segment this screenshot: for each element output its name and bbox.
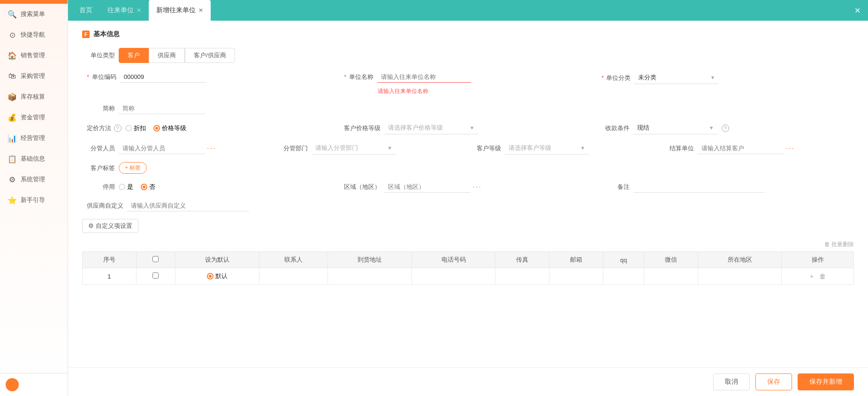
- tab-home-label: 首页: [79, 6, 92, 15]
- customer-price-level-select[interactable]: 请选择客户价格等级 ▼: [384, 122, 478, 134]
- dept-dropdown-icon: ▼: [387, 145, 392, 151]
- tags-row: 客户标签 + 标签: [82, 162, 854, 174]
- department-select[interactable]: 请输入分管部门 ▼: [312, 142, 396, 155]
- table-row: 1 默认: [83, 268, 854, 285]
- cell-check: [136, 268, 175, 285]
- sidebar-item-system[interactable]: ⚙ 系统管理: [0, 169, 68, 190]
- cancel-button[interactable]: 取消: [713, 373, 750, 390]
- select-all-checkbox[interactable]: [152, 256, 159, 262]
- sidebar-item-stock[interactable]: 📦 库存核算: [0, 86, 68, 107]
- manager-dots-btn[interactable]: ···: [207, 144, 216, 153]
- sales-icon: 🏠: [8, 51, 17, 60]
- row-delete-button[interactable]: 🗑: [817, 272, 828, 281]
- cell-fax: [495, 268, 549, 285]
- unit-type-supplier-btn[interactable]: 供应商: [149, 48, 185, 63]
- unit-type-customer-btn[interactable]: 客户: [119, 48, 149, 63]
- customer-level-label: 客户等级: [473, 144, 501, 153]
- sidebar-item-purchase[interactable]: 🛍 采购管理: [0, 66, 68, 86]
- col-wechat: 微信: [644, 252, 698, 268]
- tab-home[interactable]: 首页: [72, 0, 100, 21]
- disable-yes-radio[interactable]: 是: [119, 183, 133, 191]
- short-name-group: 简称: [82, 103, 854, 114]
- cell-action: + 🗑: [782, 268, 854, 285]
- custom-settings-button[interactable]: ⚙ 自定义项设置: [82, 219, 138, 233]
- unit-name-error-tip: 请输入往来单位名称: [378, 87, 428, 95]
- payment-terms-group: 收款条件 现结 ▼ ?: [597, 122, 854, 134]
- tab-partner-close-icon[interactable]: ✕: [137, 7, 141, 14]
- unit-category-select[interactable]: 未分类 ▼: [634, 71, 719, 84]
- unit-type-btn-group: 客户 供应商 客户/供应商: [119, 48, 235, 63]
- department-placeholder: 请输入分管部门: [315, 144, 358, 152]
- cell-email: [549, 268, 603, 285]
- disable-no-radio[interactable]: 否: [141, 183, 155, 191]
- unit-code-input[interactable]: [120, 71, 206, 83]
- unit-code-required: *: [87, 73, 89, 80]
- table-header: 序号 设为默认 联系人 到货地址 电话号码 传真 邮箱 qq 微信 所在地区 操…: [83, 252, 854, 268]
- cell-phone: [411, 268, 495, 285]
- region-input[interactable]: [384, 181, 471, 193]
- short-name-input[interactable]: [119, 103, 205, 114]
- row-add-button[interactable]: +: [808, 272, 815, 281]
- disable-region-row: 停用 是 否 区域（地区） ···: [82, 181, 854, 193]
- unit-type-both-btn[interactable]: 客户/供应商: [185, 48, 235, 63]
- tab-bar-close-icon[interactable]: ✕: [851, 6, 864, 15]
- sidebar-item-newguide[interactable]: ⭐ 新手引导: [0, 190, 68, 210]
- col-address: 到货地址: [328, 252, 412, 268]
- settlement-dots-btn[interactable]: ···: [786, 144, 795, 153]
- sidebar-item-operation[interactable]: 📊 经营管理: [0, 128, 68, 148]
- remark-label: 备注: [602, 183, 630, 191]
- col-no: 序号: [83, 252, 137, 268]
- add-tag-button[interactable]: + 标签: [119, 162, 147, 174]
- customer-level-group: 客户等级 请选择客户等级 ▼: [468, 142, 661, 155]
- sidebar-item-label: 快捷导航: [21, 31, 45, 39]
- unit-name-input[interactable]: [377, 71, 471, 83]
- sidebar-item-sales[interactable]: 🏠 销售管理: [0, 45, 68, 66]
- avatar: [6, 378, 19, 391]
- sidebar-item-finance[interactable]: 💰 资金管理: [0, 107, 68, 128]
- sidebar-item-search[interactable]: 🔍 搜索菜单: [0, 4, 68, 24]
- customer-tag-label: 客户标签: [87, 164, 115, 172]
- short-name-label: 简称: [87, 104, 115, 113]
- section-icon: F: [82, 31, 90, 38]
- pricing-method-label: 定价方法 ?: [87, 124, 122, 132]
- remark-group: 备注: [597, 181, 854, 193]
- cell-address: [328, 268, 412, 285]
- table-header-row: 序号 设为默认 联系人 到货地址 电话号码 传真 邮箱 qq 微信 所在地区 操…: [83, 252, 854, 268]
- main-area: 首页 往来单位 ✕ 新增往来单位 ✕ ✕ F 基本信息 单位类型 客户 供应商 …: [68, 0, 868, 396]
- customer-level-select[interactable]: 请选择客户等级 ▼: [505, 142, 589, 155]
- tab-new-partner-close-icon[interactable]: ✕: [198, 7, 203, 14]
- save-add-button[interactable]: 保存并新增: [798, 373, 854, 390]
- default-radio-label: 默认: [215, 272, 228, 280]
- pricing-discount-radio[interactable]: 折扣: [125, 124, 146, 132]
- settlement-input[interactable]: [698, 143, 784, 154]
- manager-label: 分管人员: [87, 144, 115, 153]
- payment-help-icon[interactable]: ?: [722, 124, 729, 132]
- unit-category-value: 未分类: [638, 73, 656, 82]
- payment-terms-select[interactable]: 现结 ▼: [633, 122, 718, 134]
- remark-input[interactable]: [633, 181, 765, 193]
- default-radio-circle[interactable]: [207, 273, 213, 280]
- pricing-help-icon[interactable]: ?: [114, 124, 122, 132]
- manager-input[interactable]: [119, 143, 205, 154]
- col-qq: qq: [603, 252, 644, 268]
- sidebar-top-bar: [0, 0, 68, 4]
- supplier-custom-row: 供应商自定义: [82, 200, 854, 211]
- department-label: 分管部门: [280, 144, 308, 153]
- sidebar-item-basic[interactable]: 📋 基础信息: [0, 148, 68, 169]
- pricing-radio-group: 折扣 价格等级: [125, 124, 186, 132]
- unit-category-required: *: [602, 74, 604, 81]
- pricing-level-radio[interactable]: 价格等级: [153, 124, 186, 132]
- tab-partner-label: 往来单位: [107, 6, 134, 15]
- batch-delete-button[interactable]: 🗑 批量删除: [824, 241, 854, 248]
- col-fax: 传真: [495, 252, 549, 268]
- customer-level-placeholder: 请选择客户等级: [509, 144, 551, 152]
- tab-new-partner[interactable]: 新增往来单位 ✕: [149, 0, 211, 21]
- settlement-field: ···: [698, 143, 795, 154]
- save-button[interactable]: 保存: [755, 373, 792, 390]
- col-check: [136, 252, 175, 268]
- region-dots-btn[interactable]: ···: [472, 183, 481, 191]
- sidebar-item-quicknav[interactable]: ⊙ 快捷导航: [0, 24, 68, 45]
- supplier-custom-input[interactable]: [127, 200, 249, 211]
- tab-partner[interactable]: 往来单位 ✕: [100, 0, 149, 21]
- row-checkbox[interactable]: [152, 272, 159, 279]
